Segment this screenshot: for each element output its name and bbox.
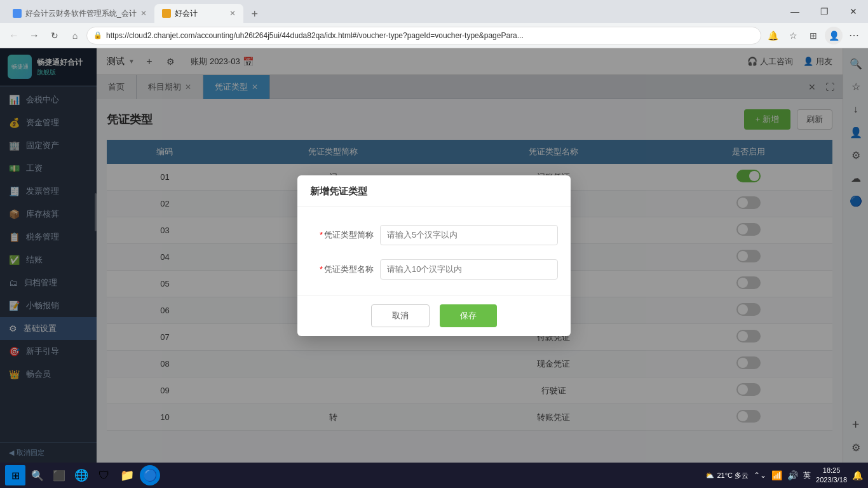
weather-text: 21°C 多云 [717,471,749,480]
browser-tab-1[interactable]: 好会计云财务软件管理系统_会计 ✕ [5,4,154,23]
new-voucher-type-modal: 新增凭证类型 *凭证类型简称 *凭证类型名称 取消 保存 [297,175,571,336]
lock-icon: 🔒 [93,31,102,39]
tray-sound-icon[interactable]: 🔊 [787,470,798,480]
taskbar-edge-icon[interactable]: 🔵 [140,465,160,485]
profile-button[interactable]: 👤 [825,27,843,44]
tab-favicon-2 [162,9,171,18]
maximize-button[interactable]: ❐ [810,0,839,23]
tab-title-1: 好会计云财务软件管理系统_会计 [25,8,137,19]
address-bar[interactable]: 🔒 https://cloud2.chanjet.com/accounting/… [86,27,761,44]
tray-weather: ⛅ 21°C 多云 [705,471,749,480]
tray-lang[interactable]: 英 [803,470,811,481]
home-button[interactable]: ⌂ [66,27,84,44]
taskbar: ⊞ 🔍 ⬛ 🌐 🛡 📁 🔵 ⛅ 21°C 多云 ⌃⌄ 📶 🔊 英 18:25 2… [0,463,868,488]
taskbar-clock: 18:25 2023/3/18 [816,466,847,485]
modal-footer: 取消 保存 [297,295,571,336]
taskbar-tray: ⛅ 21°C 多云 ⌃⌄ 📶 🔊 英 18:25 2023/3/18 🔔 [705,466,863,485]
start-button[interactable]: ⊞ [5,465,25,485]
favorites-button[interactable]: ☆ [784,27,802,44]
taskbar-browser-icon[interactable]: 🌐 [71,465,92,485]
required-star-2: * [320,264,323,274]
weather-icon: ⛅ [705,471,714,480]
browser-toolbar: ← → ↻ ⌂ 🔒 https://cloud2.chanjet.com/acc… [0,23,868,48]
modal-header: 新增凭证类型 [297,175,571,207]
form-row-short: *凭证类型简称 [310,225,558,245]
taskbar-shield-icon[interactable]: 🛡 [94,465,114,485]
forward-button[interactable]: → [25,27,43,44]
tray-notification-icon[interactable]: 🔔 [852,470,863,480]
cancel-button[interactable]: 取消 [371,304,430,327]
voucher-short-input[interactable] [380,225,558,245]
close-button[interactable]: ✕ [839,0,868,23]
save-button[interactable]: 保存 [440,304,497,327]
reload-button[interactable]: ↻ [46,27,64,44]
tray-network-icon[interactable]: 📶 [771,470,782,480]
sidebar-toggle[interactable]: ⊞ [804,27,822,44]
more-options-button[interactable]: ⋯ [845,27,863,44]
url-text: https://cloud2.chanjet.com/accounting/uh… [106,31,754,40]
new-tab-button[interactable]: + [246,5,264,23]
minimize-button[interactable]: — [780,0,810,23]
form-label-short: *凭证类型简称 [310,229,380,241]
tray-arrows: ⌃⌄ [754,471,766,480]
back-button[interactable]: ← [5,27,23,44]
taskbar-search-button[interactable]: 🔍 [28,466,47,485]
required-star-1: * [320,230,323,240]
voucher-name-input[interactable] [380,259,558,280]
modal-body: *凭证类型简称 *凭证类型名称 [297,207,571,295]
window-controls: — ❐ ✕ [780,0,868,23]
form-label-name: *凭证类型名称 [310,264,380,275]
tab-close-1[interactable]: ✕ [140,9,147,18]
taskbar-task-view-button[interactable]: ⬛ [50,466,69,485]
clock-time: 18:25 [816,466,847,475]
browser-tab-2[interactable]: 好会计 ✕ [154,4,243,23]
form-row-name: *凭证类型名称 [310,259,558,280]
clock-date: 2023/3/18 [816,475,847,485]
tab-close-2[interactable]: ✕ [229,9,236,18]
taskbar-explorer-icon[interactable]: 📁 [117,465,137,485]
extensions-button[interactable]: 🔔 [764,27,782,44]
tab-title-2: 好会计 [175,8,226,19]
tab-favicon-1 [13,9,22,18]
modal-overlay[interactable]: 新增凭证类型 *凭证类型简称 *凭证类型名称 取消 保存 [0,48,868,463]
